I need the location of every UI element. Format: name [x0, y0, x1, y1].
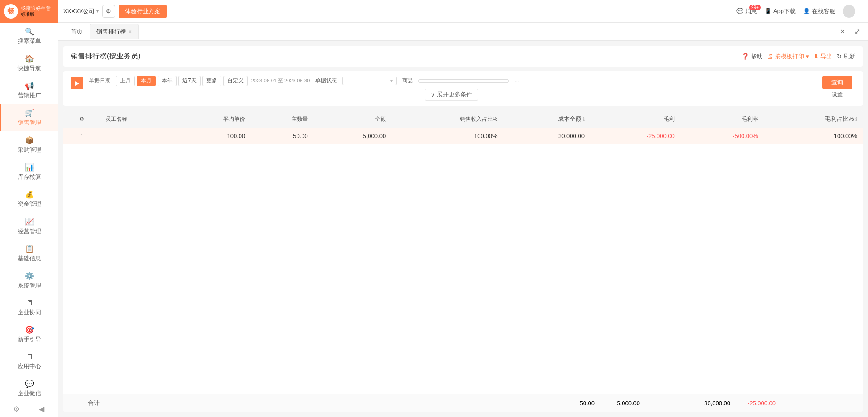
- table-section: ⚙ 员工名称 平均单价 主数量 全额 销售收入占比% 成本全额 ℹ 毛利 毛利率: [63, 110, 863, 412]
- wechat-icon: 💬: [25, 379, 34, 388]
- export-icon: ⬇: [814, 53, 819, 60]
- download-icon: 📱: [764, 8, 772, 14]
- print-label: 按模板打印: [775, 53, 804, 61]
- sales-icon: 🛒: [25, 109, 34, 117]
- header-settings-btn[interactable]: ⚙: [102, 5, 115, 18]
- col-name: 员工名称: [100, 110, 175, 128]
- print-btn[interactable]: 🖨 按模板打印 ▾: [767, 53, 809, 61]
- sidebar-label-sales: 销售管理: [18, 119, 41, 127]
- company-selector[interactable]: XXXXX公司 ▾: [63, 7, 99, 15]
- sidebar-label-cooperation: 企业协同: [18, 308, 41, 316]
- search-icon: 🔍: [25, 27, 34, 36]
- footer-cost: 30,000.00: [685, 400, 730, 407]
- filter-toggle-btn[interactable]: ▶: [71, 77, 83, 89]
- cell-cost: 30,000.00: [503, 128, 590, 144]
- app-download-label: App下载: [773, 7, 796, 15]
- expand-row: ∨ 展开更多条件: [89, 86, 814, 101]
- query-button[interactable]: 查询: [822, 76, 852, 89]
- page-title: 销售排行榜(按业务员): [71, 52, 141, 61]
- sidebar-label-inventory: 库存核算: [18, 173, 41, 181]
- date-btn-7days[interactable]: 近7天: [178, 76, 201, 86]
- main-area: XXXXX公司 ▾ ⚙ 体验行业方案 💬 消息 99+ 📱 App下载 👤 在线…: [58, 0, 868, 417]
- sidebar-collapse-btn[interactable]: ◀: [39, 405, 44, 413]
- logo-text: 畅康通好生意: [21, 5, 51, 11]
- expand-more-btn[interactable]: ∨ 展开更多条件: [425, 89, 478, 101]
- sidebar-item-marketing[interactable]: 📢 营销推广: [0, 77, 58, 104]
- experience-button[interactable]: 体验行业方案: [119, 5, 167, 18]
- basic-info-icon: 📋: [25, 244, 34, 253]
- sidebar-item-capital[interactable]: 💰 资金管理: [0, 186, 58, 213]
- operation-icon: 📈: [25, 217, 34, 226]
- online-service-label: 在线客服: [812, 7, 835, 15]
- sidebar-item-purchase[interactable]: 📦 采购管理: [0, 131, 58, 158]
- message-btn[interactable]: 💬 消息 99+: [736, 7, 757, 15]
- doc-status-chevron-icon: ▾: [390, 78, 393, 83]
- window-close-btn[interactable]: ×: [837, 26, 848, 37]
- message-icon: 💬: [736, 8, 743, 14]
- footer-main-qty: 50.00: [558, 400, 595, 407]
- settings-link[interactable]: 设置: [832, 91, 843, 99]
- cell-gross-rate: -500.00%: [680, 128, 763, 144]
- date-btn-custom[interactable]: 自定义: [223, 76, 248, 86]
- export-btn[interactable]: ⬇ 导出: [814, 53, 832, 61]
- expand-label: 展开更多条件: [437, 91, 472, 99]
- table-wrapper: ⚙ 员工名称 平均单价 主数量 全额 销售收入占比% 成本全额 ℹ 毛利 毛利率: [63, 110, 863, 394]
- marketing-icon: 📢: [25, 81, 34, 90]
- doc-status-select[interactable]: ▾: [342, 77, 397, 85]
- sidebar-item-operation[interactable]: 📈 经营管理: [0, 213, 58, 240]
- online-service-btn[interactable]: 👤 在线客服: [803, 7, 835, 15]
- col-settings[interactable]: ⚙: [63, 110, 100, 128]
- more-filters-btn[interactable]: ···: [514, 78, 519, 84]
- refresh-btn[interactable]: ↻ 刷新: [837, 53, 855, 61]
- footer-row: 合计 50.00 5,000.00 30,000.00 -25,000.00: [69, 399, 857, 407]
- date-btn-this-year[interactable]: 本年: [158, 76, 177, 86]
- date-btn-more[interactable]: 更多: [202, 76, 221, 86]
- sidebar-item-guide[interactable]: 🎯 新手引导: [0, 321, 58, 348]
- cost-info-icon[interactable]: ℹ: [583, 116, 585, 122]
- header-right: 💬 消息 99+ 📱 App下载 👤 在线客服: [736, 5, 863, 18]
- date-btn-last-month[interactable]: 上月: [116, 76, 135, 86]
- col-gross-rate: 毛利率: [680, 110, 763, 128]
- sidebar-settings-btn[interactable]: ⚙: [13, 405, 19, 413]
- col-cost: 成本全额 ℹ: [503, 110, 590, 128]
- service-icon: 👤: [803, 8, 810, 14]
- avatar[interactable]: [843, 5, 855, 18]
- footer-amount: 5,000.00: [595, 400, 640, 407]
- app-download-btn[interactable]: 📱 App下载: [764, 7, 796, 15]
- window-expand-btn[interactable]: ⤢: [852, 26, 863, 37]
- tab-bar-right: × ⤢: [837, 26, 863, 37]
- col-sales-pct: 销售收入占比%: [391, 110, 503, 128]
- system-icon: ⚙️: [25, 272, 34, 280]
- sidebar-item-system[interactable]: ⚙️ 系统管理: [0, 267, 58, 294]
- sidebar-label-marketing: 营销推广: [18, 91, 41, 100]
- tab-close-icon[interactable]: ×: [129, 29, 132, 35]
- gross-pct-info-icon[interactable]: ℹ: [855, 116, 857, 122]
- logo-area: 畅 畅康通好生意 标准版: [0, 0, 58, 23]
- gear-icon: ⚙: [106, 8, 111, 14]
- logo-sub: 标准版: [21, 11, 51, 18]
- sidebar-menu: 🔍 搜索菜单 🏠 快捷导航 📢 营销推广 🛒 销售管理 📦 采购管理 📊 库存核…: [0, 23, 58, 401]
- tab-sales-ranking[interactable]: 销售排行榜 ×: [90, 24, 139, 39]
- data-table: ⚙ 员工名称 平均单价 主数量 全额 销售收入占比% 成本全额 ℹ 毛利 毛利率: [63, 110, 863, 144]
- sidebar-label-purchase: 采购管理: [18, 146, 41, 154]
- sidebar-item-cooperation[interactable]: 🖥 企业协同: [0, 294, 58, 321]
- page-title-bar: 销售排行榜(按业务员) ❓ 帮助 🖨 按模板打印 ▾ ⬇ 导出 ↻ 刷新: [63, 46, 863, 67]
- tab-home[interactable]: 首页: [63, 24, 90, 39]
- sidebar-item-search[interactable]: 🔍 搜索菜单: [0, 23, 58, 50]
- sidebar-item-inventory[interactable]: 📊 库存核算: [0, 158, 58, 186]
- sidebar-item-app-center[interactable]: 🖥 应用中心: [0, 348, 58, 375]
- help-btn[interactable]: ❓ 帮助: [742, 53, 762, 61]
- sidebar-item-sales[interactable]: 🛒 销售管理: [0, 104, 58, 131]
- cell-rank: 1: [63, 128, 100, 144]
- sidebar-label-guide: 新手引导: [18, 336, 41, 344]
- header: XXXXX公司 ▾ ⚙ 体验行业方案 💬 消息 99+ 📱 App下载 👤 在线…: [58, 0, 868, 23]
- sidebar-item-quick-nav[interactable]: 🏠 快捷导航: [0, 50, 58, 77]
- date-btn-this-month[interactable]: 本月: [137, 76, 156, 86]
- sidebar-item-basic-info[interactable]: 📋 基础信息: [0, 240, 58, 267]
- company-name: XXXXX公司: [63, 7, 95, 15]
- sidebar-item-wechat[interactable]: 💬 企业微信: [0, 375, 58, 401]
- sidebar-footer: ⚙ ◀: [0, 401, 58, 417]
- filter-row-1: 单据日期 上月 本月 本年 近7天 更多 自定义 2023-06-01 至 20…: [89, 76, 814, 86]
- cell-name: [100, 128, 175, 144]
- goods-select[interactable]: [418, 79, 509, 83]
